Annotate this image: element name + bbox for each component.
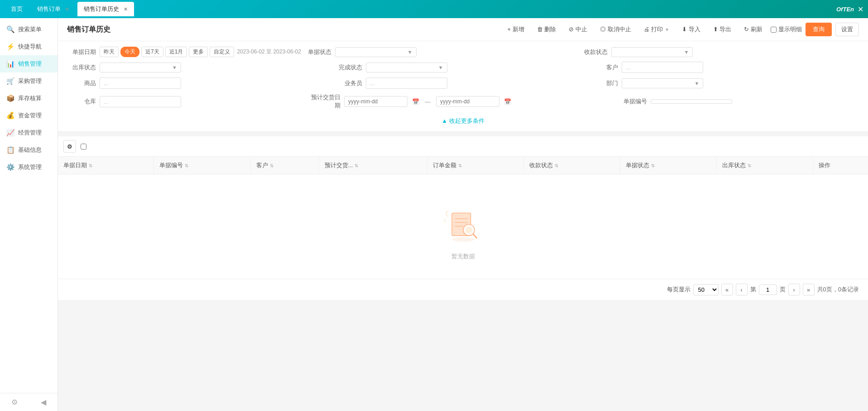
payment-status-select[interactable]: ▼ xyxy=(611,47,693,57)
col-operation-label: 操作 xyxy=(819,162,830,169)
expected-delivery-label: 预计交货日期 xyxy=(308,93,344,110)
sidebar-item-inventory-mgmt[interactable]: 📦 库存核算 xyxy=(0,90,58,107)
complete-status-label: 完成状态 xyxy=(337,63,366,72)
sidebar-settings-icon[interactable]: ⚙ xyxy=(11,398,18,406)
tab-sales-order-close[interactable]: ✕ xyxy=(65,6,69,12)
page-unit: 页 xyxy=(780,285,786,294)
sidebar-item-operation-mgmt[interactable]: 📈 经营管理 xyxy=(0,124,58,141)
last-page-button[interactable]: » xyxy=(803,284,815,295)
tab-sales-order[interactable]: 销售订单 ✕ xyxy=(31,2,76,16)
department-select[interactable]: ▼ xyxy=(622,78,703,88)
select-all-checkbox[interactable] xyxy=(81,144,86,150)
table-settings-btn[interactable]: ⚙ xyxy=(63,140,76,153)
collapse-link[interactable]: ▲ 收起更多条件 xyxy=(67,114,859,126)
sidebar-item-purchase-mgmt[interactable]: 🛒 采购管理 xyxy=(0,73,58,90)
date-quick-btns: 昨天 今天 近7天 近1月 更多 自定义 xyxy=(100,47,234,57)
main-layout: 🔍 搜索菜单 ⚡ 快捷导航 📊 销售管理 🛒 采购管理 📦 库存核算 💰 资金管… xyxy=(0,18,868,411)
calendar-icon-end[interactable]: 📅 xyxy=(504,98,511,105)
cancel-stop-button[interactable]: ◎ 取消中止 xyxy=(595,23,636,36)
col-customer-label: 客户 xyxy=(256,161,268,169)
show-detail-label: 显示明细 xyxy=(778,25,802,34)
complete-status-select[interactable]: ▼ xyxy=(366,63,447,73)
date-range-text: 2023-06-02 至 2023-06-02 xyxy=(237,48,301,56)
show-detail-checkbox-label[interactable]: 显示明细 xyxy=(771,25,802,34)
tab-sales-order-history-close[interactable]: ✕ xyxy=(124,6,128,12)
filter-area: 单据日期 昨天 今天 近7天 近1月 更多 自定义 2023-06-02 至 2… xyxy=(58,41,868,132)
col-customer-sort-icon[interactable]: ⇅ xyxy=(270,163,273,168)
delete-button[interactable]: 🗑 删除 xyxy=(532,23,561,36)
date-last1month-btn[interactable]: 近1月 xyxy=(165,47,187,57)
per-page-select[interactable]: 50 10 20 100 xyxy=(693,284,719,295)
search-button[interactable]: 查询 xyxy=(806,23,832,36)
sidebar-item-operation-mgmt-label: 经营管理 xyxy=(18,129,42,137)
date-today-btn[interactable]: 今天 xyxy=(120,47,139,57)
settings-config-button[interactable]: 设置 xyxy=(835,23,859,36)
page-number-input[interactable] xyxy=(759,285,777,295)
order-status-select[interactable]: ▼ xyxy=(335,47,417,57)
export-button[interactable]: ⬆ 导出 xyxy=(709,23,736,36)
col-payment-status-sort-icon[interactable]: ⇅ xyxy=(555,163,558,168)
date-more-btn[interactable]: 更多 xyxy=(189,47,208,57)
sidebar-item-sales-mgmt-label: 销售管理 xyxy=(18,60,42,68)
delivery-status-label: 出库状态 xyxy=(67,63,100,72)
tab-sales-order-history[interactable]: 销售订单历史 ✕ xyxy=(77,2,134,16)
empty-state-icon xyxy=(441,202,486,247)
stop-button[interactable]: ⊘ 中止 xyxy=(564,23,592,36)
content-area: 销售订单历史 + 新增 🗑 删除 ⊘ 中止 ◎ 取消中止 🖨 打印 ▼ xyxy=(58,18,868,411)
calendar-icon-start[interactable]: 📅 xyxy=(412,98,419,105)
expected-delivery-start[interactable] xyxy=(344,96,408,107)
tab-home[interactable]: 首页 xyxy=(5,2,29,16)
col-no-sort-icon[interactable]: ⇅ xyxy=(185,163,188,168)
topbar-close-icon[interactable]: ✕ xyxy=(858,5,863,14)
filter-row-2: 出库状态 ▼ 完成状态 ▼ 客户 ... xyxy=(67,62,859,73)
sidebar-collapse-icon[interactable]: ◀ xyxy=(41,398,46,406)
refresh-button[interactable]: ↻ 刷新 xyxy=(739,23,767,36)
import-button-label: ⬇ 导入 xyxy=(682,25,700,34)
date-last7days-btn[interactable]: 近7天 xyxy=(141,47,163,57)
col-expected-delivery-label: 预计交货... xyxy=(325,161,353,169)
date-yesterday-btn[interactable]: 昨天 xyxy=(100,47,119,57)
sidebar-item-base-info-label: 基础信息 xyxy=(18,146,42,154)
filter-row-1: 单据日期 昨天 今天 近7天 近1月 更多 自定义 2023-06-02 至 2… xyxy=(67,47,859,57)
sidebar-item-system-mgmt[interactable]: ⚙️ 系统管理 xyxy=(0,159,58,176)
product-input[interactable]: ... xyxy=(100,77,181,89)
cancel-stop-button-label: ◎ 取消中止 xyxy=(600,25,631,34)
col-order-status-sort-icon[interactable]: ⇅ xyxy=(651,163,655,168)
col-delivery-status-sort-icon[interactable]: ⇅ xyxy=(748,163,751,168)
sidebar-item-quick-nav[interactable]: ⚡ 快捷导航 xyxy=(0,38,58,55)
date-dash: — xyxy=(425,98,431,105)
show-detail-checkbox[interactable] xyxy=(771,27,777,33)
sidebar-item-base-info[interactable]: 📋 基础信息 xyxy=(0,141,58,159)
date-custom-btn[interactable]: 自定义 xyxy=(210,47,234,57)
sidebar-item-inventory-mgmt-label: 库存核算 xyxy=(18,94,42,102)
expected-delivery-end[interactable] xyxy=(436,96,499,107)
search-menu-icon: 🔍 xyxy=(6,25,14,34)
next-page-button[interactable]: › xyxy=(788,284,800,295)
new-button[interactable]: + 新增 xyxy=(503,23,529,36)
col-order-status: 单据状态 ⇅ xyxy=(620,157,717,174)
order-no-input[interactable] xyxy=(651,99,732,104)
department-arrow-icon: ▼ xyxy=(694,81,699,86)
sidebar-item-capital-mgmt[interactable]: 💰 资金管理 xyxy=(0,107,58,124)
often-text: OfTEn xyxy=(836,6,854,13)
prev-page-icon: ‹ xyxy=(740,286,742,293)
first-page-button[interactable]: « xyxy=(721,284,733,295)
customer-input[interactable]: ... xyxy=(622,62,703,73)
export-button-label: ⬆ 导出 xyxy=(713,25,732,34)
import-button[interactable]: ⬇ 导入 xyxy=(677,23,705,36)
col-expected-delivery-sort-icon[interactable]: ⇅ xyxy=(355,163,358,168)
col-order-amount-sort-icon[interactable]: ⇅ xyxy=(458,163,462,168)
col-date: 单据日期 ⇅ xyxy=(58,157,154,174)
department-label: 部门 xyxy=(603,79,622,87)
col-date-sort-icon[interactable]: ⇅ xyxy=(89,163,92,168)
print-button[interactable]: 🖨 打印 ▼ xyxy=(639,23,674,36)
salesperson-input[interactable]: ... xyxy=(366,77,447,89)
delivery-status-select[interactable]: ▼ xyxy=(100,63,181,73)
sidebar-item-search-menu[interactable]: 🔍 搜索菜单 xyxy=(0,21,58,38)
prev-page-button[interactable]: ‹ xyxy=(736,284,748,295)
pagination-bar: 每页显示 50 10 20 100 « ‹ 第 页 › » 共0页，0条记录 xyxy=(58,279,868,300)
warehouse-input[interactable]: ... xyxy=(100,96,181,107)
sidebar-item-sales-mgmt[interactable]: 📊 销售管理 xyxy=(0,55,58,73)
tab-sales-order-history-label: 销售订单历史 xyxy=(84,5,119,13)
refresh-button-label: ↻ 刷新 xyxy=(744,25,762,34)
